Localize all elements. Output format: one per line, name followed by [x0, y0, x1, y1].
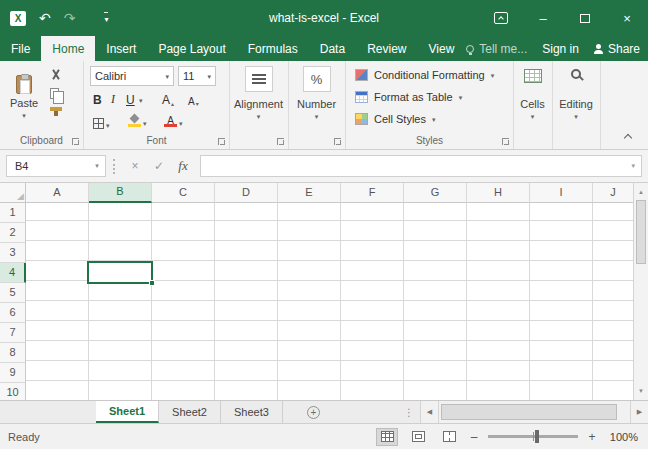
sheet-tab-sheet1[interactable]: Sheet1 — [96, 401, 159, 423]
column-header-d[interactable]: D — [215, 183, 278, 203]
customize-quick-access-toolbar-icon[interactable]: ▾ — [104, 12, 108, 24]
sheet-tab-sheet2[interactable]: Sheet2 — [159, 401, 221, 423]
increase-font-size-button[interactable]: A ▴ — [162, 89, 174, 107]
cancel-button[interactable]: × — [124, 155, 146, 177]
column-header-e[interactable]: E — [278, 183, 341, 203]
view-page-layout-button[interactable] — [407, 428, 429, 446]
collapse-ribbon-button[interactable] — [622, 131, 634, 141]
select-all-button[interactable]: ◢ — [0, 183, 26, 203]
row-header-3[interactable]: 3 — [0, 243, 26, 263]
redo-icon[interactable]: ↷ — [64, 11, 76, 25]
zoom-in-button[interactable]: + — [587, 430, 597, 444]
underline-dropdown-icon[interactable]: ▾ — [139, 97, 143, 104]
scroll-up-icon[interactable]: ▲ — [634, 185, 648, 199]
column-header-g[interactable]: G — [404, 183, 467, 203]
bold-button[interactable]: B — [93, 89, 102, 107]
row-header-1[interactable]: 1 — [0, 203, 26, 223]
italic-button[interactable]: I — [111, 89, 115, 107]
number-dialog-launcher-icon[interactable] — [334, 138, 341, 145]
underline-button[interactable]: U — [126, 89, 135, 107]
tab-data[interactable]: Data — [309, 36, 356, 61]
alignment-button[interactable]: Alignment ▾ — [230, 61, 287, 149]
name-box-dropdown-icon[interactable]: ▾ — [89, 162, 105, 170]
cut-icon[interactable] — [50, 69, 62, 80]
tab-home[interactable]: Home — [41, 36, 95, 61]
cells-grid[interactable] — [26, 203, 633, 400]
cells-button[interactable]: Cells ▾ — [514, 61, 551, 149]
font-size-combo[interactable]: 11 ▾ — [178, 66, 216, 86]
scroll-down-icon[interactable]: ▼ — [634, 384, 648, 398]
scroll-left-icon[interactable]: ◀ — [420, 401, 438, 423]
tab-splitter-icon[interactable]: ⋮ — [398, 401, 420, 423]
sheet-tab-sheet3[interactable]: Sheet3 — [221, 401, 283, 423]
copy-icon[interactable] — [50, 88, 59, 99]
view-normal-button[interactable] — [376, 428, 398, 446]
paste-button[interactable]: Paste ▾ — [5, 64, 43, 130]
styles-dialog-launcher-icon[interactable] — [502, 138, 509, 145]
tab-review[interactable]: Review — [356, 36, 417, 61]
undo-icon[interactable]: ↶ — [39, 11, 51, 25]
fill-handle[interactable] — [149, 280, 155, 286]
share-button[interactable]: Share — [594, 42, 640, 56]
tab-page-layout[interactable]: Page Layout — [147, 36, 236, 61]
format-painter-icon[interactable] — [50, 107, 62, 111]
vertical-scroll-thumb[interactable] — [636, 200, 646, 264]
column-header-j[interactable]: J — [593, 183, 633, 203]
tab-view[interactable]: View — [418, 36, 466, 61]
tab-insert[interactable]: Insert — [95, 36, 147, 61]
expand-formula-bar-icon[interactable]: ▾ — [631, 162, 635, 170]
insert-function-button[interactable]: fx — [172, 155, 194, 177]
new-sheet-button[interactable]: + — [307, 401, 320, 423]
vertical-scrollbar[interactable]: ▲ ▼ — [633, 183, 648, 400]
zoom-level-label[interactable]: 100% — [606, 431, 638, 443]
page-break-view-icon — [443, 431, 456, 442]
formula-input[interactable]: ▾ — [200, 155, 642, 177]
ribbon-display-options-button[interactable] — [480, 0, 522, 36]
borders-button[interactable]: ▾ — [93, 113, 110, 129]
font-dialog-launcher-icon[interactable] — [218, 138, 225, 145]
zoom-out-button[interactable]: – — [469, 430, 479, 444]
row-header-4[interactable]: 4 — [0, 263, 26, 283]
decrease-font-size-button[interactable]: A ▾ — [188, 89, 199, 107]
row-header-7[interactable]: 7 — [0, 323, 26, 343]
row-header-10[interactable]: 10 — [0, 383, 26, 400]
row-header-8[interactable]: 8 — [0, 343, 26, 363]
enter-button[interactable]: ✓ — [148, 155, 170, 177]
column-header-i[interactable]: I — [530, 183, 593, 203]
column-header-a[interactable]: A — [26, 183, 89, 203]
zoom-slider-thumb[interactable] — [535, 430, 539, 443]
maximize-button[interactable] — [564, 0, 606, 36]
view-page-break-button[interactable] — [438, 428, 460, 446]
sign-in-button[interactable]: Sign in — [542, 42, 579, 56]
horizontal-scrollbar[interactable] — [438, 401, 630, 423]
column-header-h[interactable]: H — [467, 183, 530, 203]
scroll-right-icon[interactable]: ▶ — [630, 401, 648, 423]
tab-file[interactable]: File — [0, 36, 41, 61]
row-header-5[interactable]: 5 — [0, 283, 26, 303]
excel-app-icon[interactable]: X — [10, 11, 26, 26]
number-button[interactable]: % Number ▾ — [289, 61, 344, 149]
horizontal-scroll-thumb[interactable] — [441, 404, 617, 420]
column-header-f[interactable]: F — [341, 183, 404, 203]
font-color-button[interactable]: A ▾ — [164, 111, 183, 127]
minimize-button[interactable]: – — [522, 0, 564, 36]
row-header-6[interactable]: 6 — [0, 303, 26, 323]
row-header-9[interactable]: 9 — [0, 363, 26, 383]
fill-color-button[interactable]: ▾ — [128, 111, 147, 127]
column-header-c[interactable]: C — [152, 183, 215, 203]
zoom-slider[interactable] — [488, 435, 578, 438]
clipboard-dialog-launcher-icon[interactable] — [72, 138, 79, 145]
tell-me-box[interactable]: Tell me... — [466, 42, 527, 56]
conditional-formatting-button[interactable]: Conditional Formatting ▾ — [355, 65, 494, 85]
column-header-b[interactable]: B — [89, 183, 152, 203]
close-button[interactable]: × — [606, 0, 648, 36]
row-header-2[interactable]: 2 — [0, 223, 26, 243]
format-as-table-button[interactable]: Format as Table ▾ — [355, 87, 462, 107]
alignment-dialog-launcher-icon[interactable] — [277, 138, 284, 145]
selected-cell-b4[interactable] — [87, 261, 153, 284]
font-name-combo[interactable]: Calibri ▾ — [90, 66, 174, 86]
tab-formulas[interactable]: Formulas — [237, 36, 309, 61]
name-box[interactable]: B4 ▾ — [6, 155, 106, 177]
cell-styles-button[interactable]: Cell Styles ▾ — [355, 109, 435, 129]
editing-button[interactable]: Editing ▾ — [553, 61, 599, 149]
